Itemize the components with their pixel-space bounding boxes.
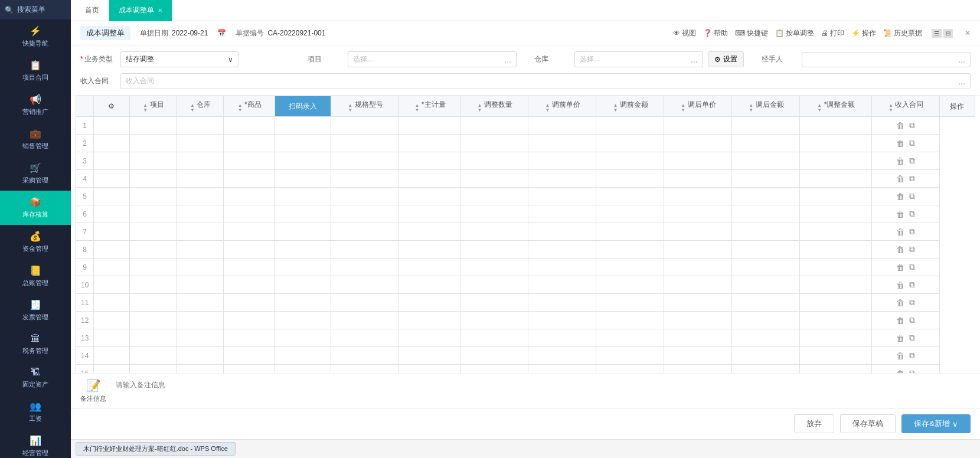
action-check-form[interactable]: 📋 按单调整 [775,28,814,38]
table-cell[interactable] [331,152,399,170]
table-cell[interactable] [664,135,732,152]
sidebar-item-fixed-assets[interactable]: 🏗 固定资产 [0,361,71,395]
table-cell[interactable] [528,241,596,259]
sidebar-item-inventory[interactable]: 📦 库存核算 [0,191,71,225]
table-cell[interactable] [223,347,275,365]
copy-row-icon[interactable]: ⧉ [908,172,916,185]
table-cell[interactable] [223,329,275,347]
table-cell[interactable] [596,365,664,374]
table-cell[interactable] [460,312,528,329]
col-pre-amount[interactable]: ▲▼ 调前金额 [596,96,664,117]
table-cell[interactable] [799,223,871,241]
col-scan[interactable]: 扫码录入 [275,96,331,117]
view-list-btn[interactable]: ☰ [932,29,942,38]
col-settings[interactable]: ⚙ [94,96,129,117]
table-cell[interactable] [331,188,399,205]
table-cell[interactable] [731,170,799,188]
table-cell[interactable] [528,223,596,241]
table-cell[interactable] [129,241,177,259]
table-cell[interactable] [129,276,177,294]
table-cell[interactable] [129,135,177,152]
table-cell[interactable] [129,205,177,223]
sidebar-item-sales-promo[interactable]: 📢 营销推广 [0,88,71,122]
table-cell[interactable] [664,117,732,135]
delete-row-icon[interactable]: 🗑 [895,279,906,291]
sidebar-item-invoice-mgmt[interactable]: 🧾 发票管理 [0,293,71,328]
sidebar-item-quick-nav[interactable]: ⚡ 快捷导航 [0,19,71,54]
delete-row-icon[interactable]: 🗑 [895,261,906,273]
table-cell[interactable] [275,188,331,205]
table-cell[interactable] [596,312,664,329]
copy-row-icon[interactable]: ⧉ [908,208,916,220]
income-contract-input[interactable]: 收入合同 ... [120,73,971,89]
table-cell[interactable] [528,188,596,205]
table-cell[interactable] [731,188,799,205]
table-cell[interactable] [398,329,460,347]
table-cell[interactable] [275,365,331,374]
doc-close-btn[interactable]: ✕ [965,29,971,37]
warehouse-input[interactable]: 选择... ... [574,51,703,67]
table-cell[interactable] [177,205,224,223]
col-adj-amount[interactable]: ▲▼ *调整金额 [799,96,871,117]
table-cell[interactable] [94,205,129,223]
table-cell[interactable] [799,365,871,374]
table-cell[interactable] [596,170,664,188]
table-cell[interactable] [94,329,129,347]
table-cell[interactable] [528,205,596,223]
table-cell[interactable] [275,312,331,329]
view-split-btn[interactable]: ⊟ [943,29,953,38]
copy-row-icon[interactable]: ⧉ [908,119,916,132]
table-cell[interactable] [177,135,224,152]
sidebar-item-payroll[interactable]: 👥 工资 [0,395,71,429]
table-cell[interactable] [460,135,528,152]
table-cell[interactable] [223,365,275,374]
table-cell[interactable] [731,276,799,294]
doc-date-picker-icon[interactable]: 📅 [217,29,226,37]
table-cell[interactable] [223,259,275,276]
table-cell[interactable] [398,259,460,276]
table-cell[interactable] [664,329,732,347]
table-cell[interactable] [731,259,799,276]
table-cell[interactable] [331,276,399,294]
table-cell[interactable] [331,135,399,152]
save-new-button[interactable]: 保存&新增 ∨ [901,414,971,433]
table-cell[interactable] [223,135,275,152]
table-cell[interactable] [731,294,799,312]
table-cell[interactable] [398,294,460,312]
col-adj-qty[interactable]: ▲▼ 调整数量 [460,96,528,117]
sidebar-item-ledger-mgmt[interactable]: 📒 总账管理 [0,259,71,293]
copy-row-icon[interactable]: ⧉ [908,137,916,149]
table-cell[interactable] [94,259,129,276]
table-cell[interactable] [731,347,799,365]
table-cell[interactable] [275,223,331,241]
table-cell[interactable] [731,223,799,241]
table-cell[interactable] [331,170,399,188]
table-cell[interactable] [460,241,528,259]
table-cell[interactable] [94,117,129,135]
table-cell[interactable] [799,329,871,347]
taskbar-item[interactable]: 木门行业好业财处理方案-暗红红.doc - WPS Office [76,442,236,456]
table-cell[interactable] [94,312,129,329]
project-input[interactable]: 选择... ... [348,51,517,67]
table-cell[interactable] [223,117,275,135]
table-cell[interactable] [223,312,275,329]
table-cell[interactable] [129,170,177,188]
tab-close-icon[interactable]: ✕ [158,7,162,14]
table-cell[interactable] [177,312,224,329]
table-cell[interactable] [460,205,528,223]
table-cell[interactable] [177,347,224,365]
table-cell[interactable] [177,276,224,294]
table-cell[interactable] [177,117,224,135]
delete-row-icon[interactable]: 🗑 [895,138,906,149]
table-cell[interactable] [331,294,399,312]
table-cell[interactable] [331,117,399,135]
table-cell[interactable] [731,205,799,223]
col-warehouse[interactable]: ▲▼ 仓库 [177,96,224,117]
table-cell[interactable] [398,152,460,170]
table-cell[interactable] [129,329,177,347]
table-cell[interactable] [177,188,224,205]
table-cell[interactable] [94,241,129,259]
table-cell[interactable] [398,276,460,294]
table-cell[interactable] [799,294,871,312]
copy-row-icon[interactable]: ⧉ [908,261,916,273]
